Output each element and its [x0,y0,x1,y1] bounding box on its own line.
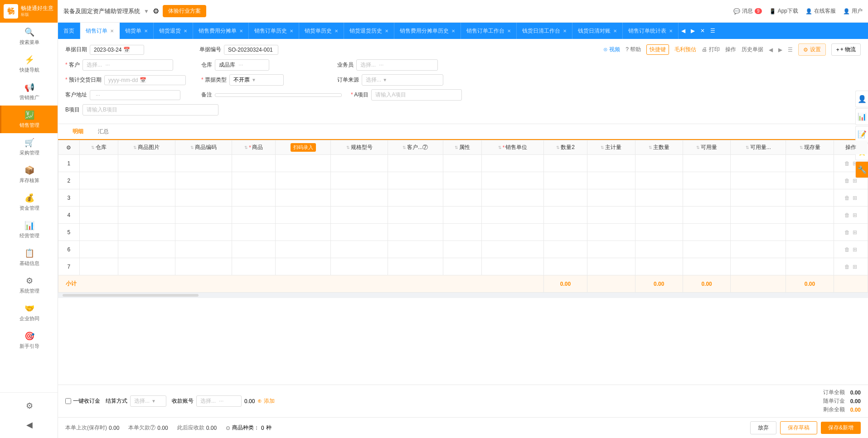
next-record-icon[interactable]: ▶ [778,47,782,53]
row-1-main-unit[interactable] [587,155,635,172]
col-attr[interactable]: ⇅ 属性 [443,140,481,155]
invoice-select[interactable]: 不开票 ▼ [229,74,284,86]
notification-area[interactable]: 💬 消息 9 [733,7,762,15]
history-btn[interactable]: 历史单据 [742,46,763,53]
row-1-spec[interactable] [331,155,388,172]
system-dropdown-icon[interactable]: ▼ [144,8,149,14]
payment-select[interactable]: 选择... ▼ [130,395,166,407]
delete-icon[interactable]: 🗑 [844,195,850,201]
print-btn[interactable]: 🖨 打印 [702,46,719,53]
row-1-warehouse[interactable] [79,155,118,172]
row-1-main-qty[interactable] [635,155,683,172]
tab-sales-fee[interactable]: 销售费用分摊单 ✕ [193,23,249,39]
sidebar-item-system[interactable]: ⚙ 系统管理 [0,271,58,299]
sidebar-item-operations[interactable]: 📊 经营管理 [0,216,58,244]
online-service-area[interactable]: 👤 在线客服 [805,7,836,15]
tab-sales-order-close[interactable]: ✕ [110,29,114,34]
row-1-customer[interactable] [388,155,443,172]
col-warehouse[interactable]: ⇅ 仓库 [79,140,118,155]
scan-button[interactable]: 扫码录入 [291,143,316,152]
panel-btn-5[interactable]: 🔧 [855,161,868,178]
list-view-icon[interactable]: ☰ [788,47,793,53]
copy-icon[interactable]: ⊞ [853,264,857,270]
col-spec[interactable]: ⇅ 规格型号 [331,140,388,155]
add-payment-button[interactable]: ⊕ 添加 [257,397,274,405]
delete-icon[interactable]: 🗑 [844,264,850,270]
col-available[interactable]: ⇅ 可用量 [683,140,730,155]
col-product[interactable]: ⇅ *商品 [232,140,275,155]
delete-icon[interactable]: 🗑 [844,212,850,218]
tab-invoice-history-close[interactable]: ✕ [335,29,338,34]
sidebar-collapse[interactable]: ◀ [0,415,58,434]
operation-btn[interactable]: 操作 [725,46,736,53]
sidebar-item-basic-info[interactable]: 📋 基础信息 [0,244,58,271]
salesperson-input[interactable]: 选择... ··· [356,59,438,71]
col-settings[interactable]: ⚙ [58,140,80,155]
tab-summary[interactable]: 汇总 [91,124,116,140]
prev-record-icon[interactable]: ◀ [769,47,773,53]
col-main-qty[interactable]: ⇅ 主数量 [635,140,683,155]
tab-sales-return[interactable]: 销货退货 ✕ [154,23,193,39]
col-unit[interactable]: ⇅ *销售单位 [482,140,544,155]
a-project-input[interactable]: 请输入A项目 [371,89,462,101]
order-source-input[interactable]: 选择... ▼ [362,74,443,86]
sidebar-item-quicknav[interactable]: ⚡ 快捷导航 [0,50,58,78]
col-product-code[interactable]: ⇅ 商品编码 [175,140,232,155]
tabs-next[interactable]: ▶ [688,28,698,34]
sidebar-item-inventory[interactable]: 📦 库存核算 [0,161,58,188]
tab-return-history-close[interactable]: ✕ [385,29,388,34]
help-btn[interactable]: ? 帮助 [626,46,641,53]
panel-btn-1[interactable]: 👤 [855,91,868,107]
sidebar-item-finance[interactable]: 💰 资金管理 [0,188,58,216]
sidebar-item-guide[interactable]: 🎯 新手引导 [0,327,58,354]
sidebar-item-collab[interactable]: 🤝 企业协同 [0,299,58,327]
row-1-product[interactable] [232,155,275,172]
row-1-unit[interactable] [482,155,544,172]
row-1-image[interactable] [118,155,175,172]
row-1-scan[interactable] [276,155,331,172]
tab-return-history[interactable]: 销货退货历史 ✕ [344,23,394,39]
save-draft-button[interactable]: 保存草稿 [780,421,817,434]
col-main-unit[interactable]: ⇅ 主计量 [587,140,635,155]
tab-sales-invoice[interactable]: 销货单 ✕ [120,23,154,39]
settings-button[interactable]: ⚙ 设置 [798,43,826,56]
tab-sales-order[interactable]: 销售订单 ✕ [80,23,120,39]
panel-btn-2[interactable]: 📊 [855,108,868,125]
account-input[interactable]: 选择... ··· [196,395,242,407]
tab-fee-history-close[interactable]: ✕ [451,29,455,34]
col-scan[interactable]: 扫码录入 [276,140,331,155]
sidebar-settings[interactable]: ⚙ [0,396,58,415]
tabs-close-all[interactable]: ✕ [698,28,708,34]
one-click-area[interactable]: 一键收订金 [65,397,100,405]
tab-detail[interactable]: 明细 [65,124,91,140]
col-customer-info[interactable]: ⇅ 客户...⑦ [388,140,443,155]
row-1-qty2[interactable] [543,155,587,172]
copy-icon[interactable]: ⊞ [853,246,857,253]
tab-order-workbench[interactable]: 销售订单工作台 ✕ [461,23,517,39]
tab-daily-workbench[interactable]: 钱货日清工作台 ✕ [517,23,572,39]
delete-icon[interactable]: 🗑 [844,246,850,253]
trial-button[interactable]: 体验行业方案 [163,5,206,17]
settings-gear-icon[interactable]: ⚙ [153,7,159,15]
tab-invoice-history[interactable]: 销货单历史 ✕ [299,23,344,39]
tabs-prev[interactable]: ◀ [679,28,688,34]
delete-icon[interactable]: 🗑 [844,178,850,184]
col-stock[interactable]: ⇅ 现存量 [786,140,834,155]
row-1-available-detail[interactable] [731,155,786,172]
view-btn[interactable]: ⊙ 视频 [603,46,620,53]
b-project-input[interactable]: 请输入B项目 [82,104,218,116]
tab-sales-invoice-close[interactable]: ✕ [144,29,148,34]
tab-sales-stats-close[interactable]: ✕ [669,29,673,34]
copy-icon[interactable]: ⊞ [853,229,857,236]
sidebar-item-marketing[interactable]: 📢 营销推广 [0,78,58,106]
tab-fee-history[interactable]: 销售费用分摊单历史 ✕ [394,23,461,39]
customer-input[interactable]: 选择... ··· [82,59,173,71]
tab-daily-workbench-close[interactable]: ✕ [563,29,567,34]
discard-button[interactable]: 放弃 [750,421,776,434]
save-new-button[interactable]: 保存&新增 [821,422,861,434]
col-product-image[interactable]: ⇅ 商品图片 [118,140,175,155]
app-download-area[interactable]: 📱 App下载 [769,7,798,15]
address-input[interactable]: ··· [90,90,180,100]
tab-daily-reconcile[interactable]: 钱货日清对账 ✕ [572,23,623,39]
row-1-code[interactable] [175,155,232,172]
